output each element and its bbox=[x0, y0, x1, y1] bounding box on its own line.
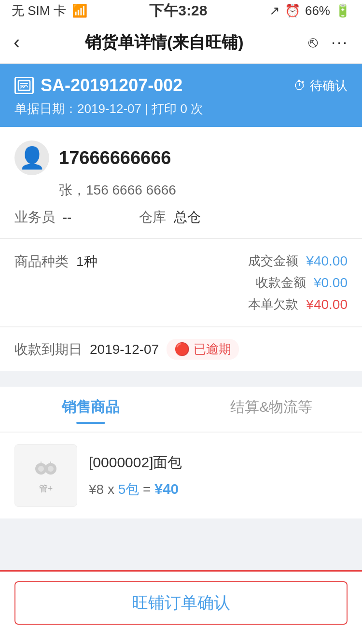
page-title: 销货单详情(来自旺铺) bbox=[85, 31, 244, 54]
tab-sales-products-label: 销售商品 bbox=[62, 397, 120, 417]
customer-phone-row: 👤 17666666666 bbox=[14, 140, 348, 175]
unit-price: ¥8 bbox=[89, 482, 104, 497]
tab-active-underline bbox=[76, 422, 105, 424]
product-price: ¥8 x 5包 = ¥40 bbox=[89, 480, 348, 499]
svg-point-6 bbox=[48, 466, 54, 472]
section-divider bbox=[0, 379, 362, 387]
customer-name: 张，156 6666 6666 bbox=[59, 181, 348, 199]
collection-row: 收款金额 ¥0.00 bbox=[256, 274, 348, 291]
owed-value: ¥40.00 bbox=[306, 297, 348, 312]
product-type-label: 商品种类 bbox=[14, 252, 69, 271]
collection-label: 收款金额 bbox=[256, 274, 306, 291]
tabs-section: 销售商品 结算&物流等 bbox=[0, 387, 362, 433]
alarm-icon: ⏰ bbox=[285, 3, 300, 18]
total-price: ¥40 bbox=[154, 481, 179, 497]
product-item: 管+ [0000002]面包 ¥8 x 5包 = ¥40 bbox=[0, 433, 362, 518]
collection-value: ¥0.00 bbox=[314, 275, 348, 291]
user-icon: 👤 bbox=[19, 145, 45, 170]
battery-icon: 🔋 bbox=[335, 3, 350, 18]
nav-actions: ⎋ ··· bbox=[308, 33, 348, 51]
status-right: ↗ ⏰ 66% 🔋 bbox=[269, 3, 350, 18]
back-button[interactable]: ‹ bbox=[14, 31, 20, 53]
battery-text: 66% bbox=[305, 3, 330, 18]
svg-point-5 bbox=[38, 466, 44, 472]
due-date-section: 收款到期日 2019-12-07 🔴 已逾期 bbox=[0, 327, 362, 371]
location-icon: ↗ bbox=[269, 3, 280, 18]
tab-sales-products[interactable]: 销售商品 bbox=[0, 387, 181, 432]
status-bar: 无 SIM 卡 📶 下午3:28 ↗ ⏰ 66% 🔋 bbox=[0, 0, 362, 21]
tab-settlement-logistics[interactable]: 结算&物流等 bbox=[181, 387, 362, 432]
order-id: SA-20191207-002 bbox=[14, 75, 182, 96]
time-display: 下午3:28 bbox=[149, 1, 207, 21]
product-type: 商品种类 1种 bbox=[14, 252, 248, 271]
order-date: 单据日期：2019-12-07 | 打印 0 次 bbox=[14, 100, 348, 117]
sales-rep-value: -- bbox=[63, 210, 72, 224]
order-header-top: SA-20191207-002 ⏱ 待确认 bbox=[14, 75, 348, 96]
thumbnail-text: 管+ bbox=[39, 483, 53, 494]
warehouse-value: 总仓 bbox=[174, 210, 201, 224]
overdue-text: 已逾期 bbox=[194, 341, 231, 358]
wifi-icon: 📶 bbox=[72, 3, 87, 18]
transaction-label: 成交金额 bbox=[248, 252, 298, 269]
transaction-value: ¥40.00 bbox=[306, 253, 348, 269]
order-header: SA-20191207-002 ⏱ 待确认 单据日期：2019-12-07 | … bbox=[0, 64, 362, 127]
sales-rep: 业务员 -- bbox=[14, 208, 71, 226]
amounts-section: 商品种类 1种 成交金额 ¥40.00 收款金额 ¥0.00 本单欠款 ¥40.… bbox=[0, 238, 362, 327]
customer-phone: 17666666666 bbox=[59, 148, 171, 168]
confirm-order-button[interactable]: 旺铺订单确认 bbox=[14, 581, 348, 625]
equals-sign: = bbox=[143, 482, 154, 497]
bottom-bar: 旺铺订单确认 bbox=[0, 570, 362, 644]
due-date-value: 2019-12-07 bbox=[90, 342, 159, 357]
quantity: 5包 bbox=[118, 482, 139, 497]
owed-row: 本单欠款 ¥40.00 bbox=[248, 296, 348, 313]
nav-bar: ‹ 销货单详情(来自旺铺) ⎋ ··· bbox=[0, 21, 362, 64]
overdue-badge: 🔴 已逾期 bbox=[167, 339, 239, 360]
avatar: 👤 bbox=[14, 140, 49, 175]
product-type-value: 1种 bbox=[76, 252, 97, 271]
customer-meta: 业务员 -- 仓库 总仓 bbox=[14, 208, 348, 226]
warehouse: 仓库 总仓 bbox=[139, 208, 201, 226]
share-icon[interactable]: ⎋ bbox=[308, 33, 318, 51]
multiply-sign: x bbox=[108, 482, 118, 497]
owed-label: 本单欠款 bbox=[248, 296, 298, 313]
customer-section: 👤 17666666666 张，156 6666 6666 业务员 -- 仓库 … bbox=[0, 127, 362, 238]
overdue-icon: 🔴 bbox=[174, 342, 190, 357]
product-thumbnail: 管+ bbox=[14, 444, 77, 507]
transaction-row: 成交金额 ¥40.00 bbox=[248, 252, 348, 269]
order-status: ⏱ 待确认 bbox=[293, 77, 348, 94]
clock-icon: ⏱ bbox=[293, 78, 306, 93]
product-name: [0000002]面包 bbox=[89, 453, 348, 473]
carrier-text: 无 SIM 卡 bbox=[12, 2, 66, 19]
tab-settlement-logistics-label: 结算&物流等 bbox=[230, 397, 312, 417]
status-left: 无 SIM 卡 📶 bbox=[12, 2, 87, 19]
product-info: [0000002]面包 ¥8 x 5包 = ¥40 bbox=[89, 453, 348, 499]
amounts-right: 成交金额 ¥40.00 收款金额 ¥0.00 本单欠款 ¥40.00 bbox=[248, 252, 348, 313]
order-icon bbox=[14, 77, 34, 94]
more-options-icon[interactable]: ··· bbox=[331, 33, 348, 51]
due-date-label: 收款到期日 bbox=[14, 340, 82, 359]
